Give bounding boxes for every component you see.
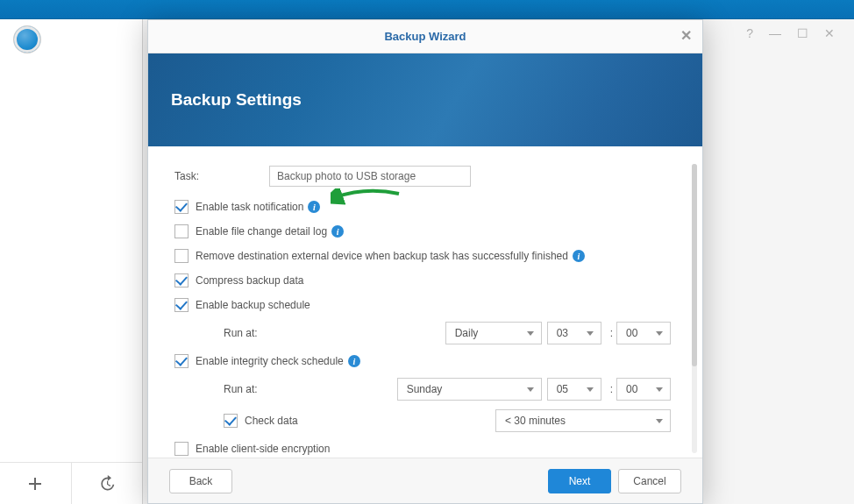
compress-checkbox[interactable] xyxy=(174,273,189,287)
enable-notification-label: Enable task notification xyxy=(196,201,303,213)
task-label: Task: xyxy=(174,170,269,182)
check-data-checkbox[interactable] xyxy=(224,414,238,428)
window-close-icon[interactable]: ✕ xyxy=(824,26,835,40)
wizard-header-title: Backup Settings xyxy=(171,90,302,110)
history-icon xyxy=(98,475,116,493)
remove-external-label: Remove destination external device when … xyxy=(196,250,568,262)
enable-encryption-checkbox[interactable] xyxy=(174,442,189,456)
enable-integrity-row: Enable integrity check schedule i xyxy=(174,353,676,369)
runat-label: Run at: xyxy=(224,327,355,339)
wizard-close-button[interactable]: ✕ xyxy=(680,27,692,44)
wizard-titlebar: Backup Wizard ✕ xyxy=(148,20,702,53)
enable-integrity-label: Enable integrity check schedule xyxy=(196,355,344,367)
wizard-title: Backup Wizard xyxy=(384,30,466,43)
sidebar-bottom-toolbar xyxy=(0,462,142,504)
app-sidebar xyxy=(0,19,143,504)
check-data-limit-select[interactable]: < 30 minutes xyxy=(495,409,671,432)
cancel-button[interactable]: Cancel xyxy=(618,469,681,493)
window-help-icon[interactable]: ? xyxy=(746,26,753,40)
enable-encryption-row: Enable client-side encryption xyxy=(174,441,676,457)
os-taskbar xyxy=(0,0,854,19)
backup-schedule-row: Run at: Daily 03 : 00 xyxy=(224,322,676,344)
add-button[interactable] xyxy=(0,463,72,504)
enable-filelog-row: Enable file change detail log i xyxy=(174,224,676,239)
time-separator: : xyxy=(610,383,613,395)
wizard-body: Task: Enable task notification i Enable … xyxy=(148,146,702,458)
integrity-schedule-row: Run at: Sunday 05 : 00 xyxy=(224,378,676,401)
next-button[interactable]: Next xyxy=(548,469,611,493)
enable-filelog-label: Enable file change detail log xyxy=(196,225,327,238)
enable-notification-row: Enable task notification i xyxy=(174,199,676,215)
wizard-footer: Back Next Cancel xyxy=(148,458,702,503)
enable-filelog-checkbox[interactable] xyxy=(174,224,189,238)
enable-notification-checkbox[interactable] xyxy=(174,200,189,214)
backup-hour-select[interactable]: 03 xyxy=(547,322,601,344)
plus-icon xyxy=(26,475,44,493)
window-controls: ? — ☐ ✕ xyxy=(746,26,835,40)
remove-external-row: Remove destination external device when … xyxy=(174,248,676,264)
integrity-hour-select[interactable]: 05 xyxy=(547,378,601,401)
remove-external-checkbox[interactable] xyxy=(174,249,189,263)
window-maximize-icon[interactable]: ☐ xyxy=(797,26,808,40)
app-logo-icon xyxy=(14,26,40,53)
back-button[interactable]: Back xyxy=(169,469,232,493)
enable-schedule-label: Enable backup schedule xyxy=(196,299,310,311)
wizard-header: Backup Settings xyxy=(148,53,702,146)
info-icon[interactable]: i xyxy=(573,250,585,262)
info-icon[interactable]: i xyxy=(348,355,360,367)
scrollbar[interactable] xyxy=(692,164,697,453)
compress-row: Compress backup data xyxy=(174,273,676,288)
backup-minute-select[interactable]: 00 xyxy=(616,322,671,344)
enable-encryption-label: Enable client-side encryption xyxy=(196,443,330,455)
task-name-input[interactable] xyxy=(269,166,471,187)
enable-schedule-row: Enable backup schedule xyxy=(174,297,676,313)
enable-integrity-checkbox[interactable] xyxy=(174,354,189,368)
runat-label: Run at: xyxy=(224,383,355,395)
integrity-minute-select[interactable]: 00 xyxy=(616,378,671,401)
info-icon[interactable]: i xyxy=(308,201,320,213)
wizard-dialog: Backup Wizard ✕ Backup Settings Task: En… xyxy=(147,19,703,504)
check-data-row: Check data < 30 minutes xyxy=(224,409,676,432)
scrollbar-thumb[interactable] xyxy=(692,164,697,366)
check-data-label: Check data xyxy=(245,415,298,427)
history-button[interactable] xyxy=(72,463,143,504)
window-minimize-icon[interactable]: — xyxy=(769,26,781,40)
task-row: Task: xyxy=(174,166,676,187)
time-separator: : xyxy=(610,327,613,339)
integrity-freq-select[interactable]: Sunday xyxy=(397,378,542,401)
enable-schedule-checkbox[interactable] xyxy=(174,298,189,312)
backup-freq-select[interactable]: Daily xyxy=(445,322,542,344)
compress-label: Compress backup data xyxy=(196,274,303,287)
info-icon[interactable]: i xyxy=(331,225,344,238)
